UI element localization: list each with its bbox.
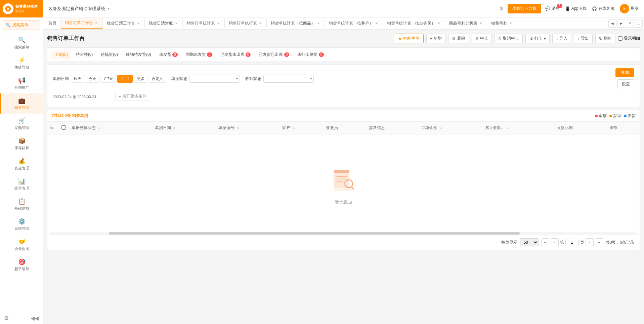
system-title: 装备及固定资产辅助管理系统 ▾ [48, 6, 495, 12]
sidebar-search[interactable]: 🔍 搜索菜单 [0, 17, 43, 33]
tabs-close-all-btn[interactable]: ✕ [626, 19, 634, 28]
cancel-review-action-btn[interactable]: 弃审 [609, 113, 621, 119]
app-download-btn[interactable]: 📱 App下载 [565, 6, 587, 11]
sub-tab-pending-review[interactable]: 待审核(0) [73, 50, 96, 59]
tab-goods-stats-product[interactable]: 销货单统计表（按商品） ✕ [267, 18, 325, 28]
tab-close-cash-daily[interactable]: ✕ [136, 21, 140, 26]
sub-tab-not-shipped[interactable]: 未发货 0 [156, 50, 181, 59]
query-button[interactable]: 查询 [615, 68, 634, 77]
tab-sales-exec[interactable]: 销售订单执行表 ✕ [225, 18, 267, 28]
tab-cash-reconcile[interactable]: 钱货日清对账 ✕ [145, 18, 183, 28]
payment-select[interactable] [263, 75, 314, 83]
page-last-btn[interactable]: » [595, 238, 603, 246]
sidebar-item-base-info[interactable]: 📋基础信息 [0, 194, 43, 214]
date-custom-btn[interactable]: 自定义 [149, 75, 166, 83]
sidebar-item-finance[interactable]: 💰资金管理 [0, 154, 43, 174]
tab-home[interactable]: 首页 [44, 18, 61, 28]
ship-action-btn[interactable]: 发货 [624, 113, 636, 119]
th-settings[interactable]: ⚙ [47, 122, 58, 134]
sidebar-item-sales[interactable]: 💼销售管理 [0, 93, 43, 114]
content-area: 销售订单工作台 ★ 智能生单 + 新增 🗑 删除 ⊗ 中止 [43, 30, 644, 324]
sidebar-item-guide[interactable]: 🎯新手引导 [0, 255, 43, 275]
date-more-btn[interactable]: 更多 [134, 75, 147, 83]
sub-tab-shipped-out[interactable]: 已发货已出库 0 [255, 50, 293, 59]
tab-sales-profit[interactable]: 销售毛利 ✕ [487, 18, 517, 28]
sales-icon: 💼 [18, 97, 26, 104]
sub-tab-pending-pick[interactable]: 待拣货(0) [97, 50, 121, 59]
sidebar-item-search[interactable]: 🔍搜索菜单 [0, 33, 43, 53]
sidebar-item-purchase[interactable]: 🛒采购管理 [0, 114, 43, 134]
message-btn[interactable]: 💬 6 消息 [545, 6, 560, 11]
tab-sales-workbench[interactable]: 销售订单工作台 ✕ [61, 18, 103, 29]
stop-button[interactable]: ⊗ 中止 [472, 34, 492, 43]
header-settings-icon[interactable]: ⚙ [499, 5, 504, 12]
print-button[interactable]: 🖨 打印 ▾ [525, 34, 550, 43]
tab-close-cash-reconcile[interactable]: ✕ [174, 21, 178, 26]
page-number-input[interactable] [565, 239, 579, 246]
sidebar-item-enterprise[interactable]: 🤝企业协同 [0, 235, 43, 255]
collapse-icon[interactable]: ◀◀ [31, 315, 39, 321]
review-action-btn[interactable]: 审核 [595, 113, 607, 119]
tab-goods-stats-customer[interactable]: 销货单统计表（按客户） ✕ [325, 18, 383, 28]
tab-close-sales-profit[interactable]: ✕ [509, 21, 513, 26]
tabs-maximize-btn[interactable]: ⛶ [635, 19, 643, 28]
refresh-button[interactable]: ↻ 刷新 [595, 34, 615, 43]
sub-tab-all[interactable]: 全部(0) [51, 50, 71, 59]
date-7days-btn[interactable]: 近7天 [100, 75, 116, 83]
tab-close-sales-stats[interactable]: ✕ [216, 21, 220, 26]
sub-tab-expired-not-shipped[interactable]: 到期未发货 0 [182, 50, 216, 59]
sidebar-item-operations[interactable]: 📊经营管理 [0, 174, 43, 194]
sidebar-item-inventory[interactable]: 📦库存核算 [0, 134, 43, 154]
settings-icon[interactable]: ⚙ [4, 315, 9, 321]
trial-button[interactable]: 体验行业方案 [508, 4, 541, 13]
tab-cash-daily[interactable]: 钱货日清工作台 ✕ [103, 18, 145, 28]
per-page-select[interactable]: 10 20 50 100 [520, 238, 539, 246]
tab-goods-margin[interactable]: 商品毛利分析表 ✕ [445, 18, 487, 28]
message-badge: 6 [557, 4, 562, 8]
sidebar-item-label: 采购管理 [14, 125, 29, 130]
sidebar-item-system[interactable]: ⚙️系统管理 [0, 214, 43, 235]
cancel-stop-button[interactable]: ⊙ 取消中止 [495, 34, 523, 43]
online-service-btn[interactable]: 🎧 在线客服 [592, 6, 614, 11]
search-menu-button[interactable]: 🔍 搜索菜单 [3, 20, 40, 30]
tab-close-goods-customer[interactable]: ✕ [375, 21, 379, 26]
date-today-btn[interactable]: 今天 [86, 75, 99, 83]
tabs-prev-btn[interactable]: ◀ [608, 19, 616, 28]
export-button[interactable]: ↑ 导出 [574, 34, 593, 43]
tab-sales-stats[interactable]: 销售订单统计表 ✕ [183, 18, 225, 28]
tab-close-goods-margin[interactable]: ✕ [479, 21, 483, 26]
page-first-btn[interactable]: « [541, 238, 549, 246]
tab-close-goods-staff[interactable]: ✕ [437, 21, 441, 26]
tab-close-goods-product[interactable]: ✕ [316, 21, 320, 26]
select-all-checkbox[interactable] [61, 125, 66, 130]
tab-close-sales-exec[interactable]: ✕ [258, 21, 262, 26]
page-prev-btn[interactable]: ‹ [551, 238, 559, 246]
sub-tab-shipped-not-out[interactable]: 已发货未出库 0 [217, 50, 254, 59]
setting-button[interactable]: 设置 [617, 79, 634, 89]
page-next-btn[interactable]: › [586, 238, 594, 246]
system-title-dropdown[interactable]: ▾ [108, 7, 110, 10]
detail-checkbox-input[interactable] [618, 36, 622, 41]
sub-tab-not-printed[interactable]: 未打印单据 0 [294, 50, 327, 59]
sidebar-item-quick-nav[interactable]: ⚡快捷导航 [0, 53, 43, 73]
smart-create-button[interactable]: ★ 智能生单 [394, 34, 424, 43]
user-btn[interactable]: 用 用友 [620, 4, 639, 13]
th-abnormal: 异常信息 [366, 122, 419, 134]
show-detail-checkbox[interactable]: 显示明细 [618, 36, 640, 41]
import-button[interactable]: ↓ 导入 [552, 34, 571, 43]
delete-button[interactable]: 🗑 删除 [448, 34, 469, 43]
status-select[interactable] [189, 75, 240, 83]
page-of-label: 页 [580, 240, 584, 245]
expand-conditions-btn[interactable]: ▾ 展开更多条件 [115, 92, 150, 101]
finance-icon: 💰 [18, 157, 26, 165]
date-yesterday-btn[interactable]: 昨天 [71, 75, 84, 83]
status-select-wrapper [189, 75, 240, 83]
tab-goods-stats-staff[interactable]: 销货单统计表（按业务员） ✕ [383, 18, 445, 28]
th-checkbox[interactable] [58, 122, 69, 134]
tab-close-sales-workbench[interactable]: ✕ [94, 21, 98, 25]
add-button[interactable]: + 新增 [426, 34, 445, 43]
tabs-next-btn[interactable]: ▶ [617, 19, 625, 28]
sub-tab-wang-pending[interactable]: 旺铺待发货(0) [123, 50, 155, 59]
date-1month-btn[interactable]: 近1月 [117, 75, 133, 83]
sidebar-item-marketing[interactable]: 📢营销推广 [0, 73, 43, 93]
